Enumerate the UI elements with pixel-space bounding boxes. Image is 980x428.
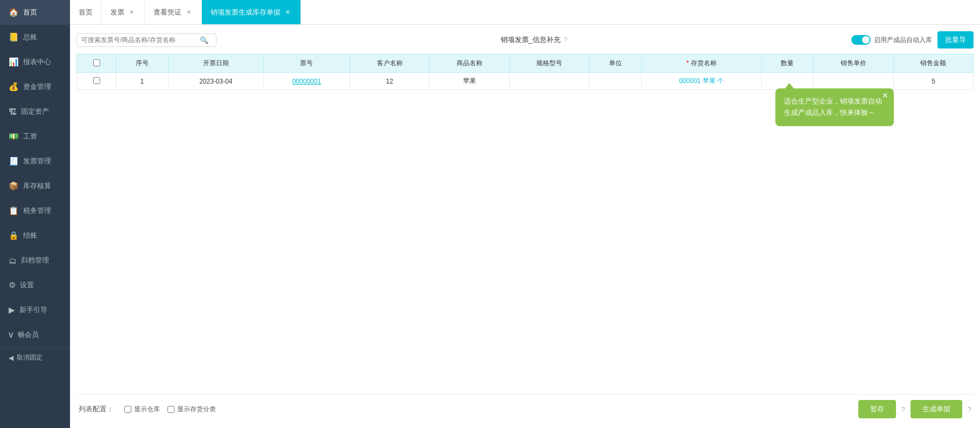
tooltip-arrow [785,83,794,88]
row-amount: 5 [893,73,973,90]
sidebar-item-label: 新手引导 [19,305,47,315]
auto-stock-toggle[interactable] [851,35,871,45]
sidebar-item-guide[interactable]: ▶ 新手引导 [0,298,70,322]
generate-help-icon[interactable]: ? [968,405,971,413]
row-ticket-no[interactable]: 00000001 [263,73,349,90]
header-checkbox [77,54,116,73]
show-warehouse-label[interactable]: 显示仓库 [124,405,160,414]
sidebar-item-label: 税务管理 [23,206,51,216]
tab-stock-entry-close[interactable]: ✕ [284,8,292,16]
info-help-icon[interactable]: ? [564,36,568,44]
tab-invoice-close[interactable]: ✕ [128,8,136,16]
header-unit: 单位 [589,54,641,73]
guide-icon: ▶ [9,305,15,315]
tab-stock-entry[interactable]: 销项发票生成库存单据 ✕ [202,0,301,24]
header-unit-price: 销售单价 [814,54,893,73]
generate-button[interactable]: 生成单据 [911,400,962,418]
tab-voucher[interactable]: 查看凭证 ✕ [145,0,202,24]
right-controls: 启用产成品自动入库 批量导 [851,31,974,49]
header-customer: 客户名称 [349,54,429,73]
tab-voucher-close[interactable]: ✕ [185,8,193,16]
salary-icon: 💵 [9,132,19,141]
row-checkbox-cell [77,73,116,90]
search-wrap: 🔍 [76,33,216,47]
toggle-label: 启用产成品自动入库 [874,36,932,45]
sidebar-unpin-button[interactable]: ◀ 取消固定 [0,347,70,368]
table-row: 1 2023-03-04 00000001 12 苹果 000001 苹果 个 … [77,73,974,90]
tax-icon: 📋 [9,206,19,216]
sidebar-item-label: 固定资产 [21,107,49,116]
sidebar-item-label: 库存核算 [23,181,51,191]
header-spec: 规格型号 [509,54,589,73]
save-button[interactable]: 暂存 [858,400,896,418]
sidebar-item-tax[interactable]: 📋 税务管理 [0,198,70,223]
tab-home-label: 首页 [79,8,93,17]
save-help-icon[interactable]: ? [901,405,905,413]
sidebar-item-label: 结账 [23,231,37,240]
sidebar-item-label: 工资 [23,132,37,141]
tooltip-text: 适合生产型企业，销项发票自动生成产成品入库，快来体验～ [784,97,882,116]
header-inventory: 存货名称 [641,54,761,73]
show-warehouse-checkbox[interactable] [124,406,131,413]
main-area: 首页 发票 ✕ 查看凭证 ✕ 销项发票生成库存单据 ✕ 🔍 销项发票_信息补充 … [70,0,980,428]
funds-icon: 💰 [9,82,19,92]
show-category-checkbox[interactable] [167,406,174,413]
table-body: 1 2023-03-04 00000001 12 苹果 000001 苹果 个 … [77,73,974,90]
row-customer: 12 [349,73,429,90]
header-amount: 销售金额 [893,54,973,73]
sidebar-item-label: 首页 [23,8,37,17]
header-quantity: 数量 [761,54,814,73]
sidebar: 🏠 首页 📒 总账 📊 报表中心 💰 资金管理 🏗 固定资产 💵 工资 🧾 发票… [0,0,70,428]
info-label: 销项发票_信息补充 ? [501,35,568,45]
tab-invoice-label: 发票 [110,8,124,17]
list-config: 列表配置： 显示仓库 显示存货分类 [79,404,216,414]
sidebar-item-label: 畅会员 [18,330,39,340]
archive-icon: 🗂 [9,256,17,265]
row-date: 2023-03-04 [168,73,263,90]
sidebar-item-assets[interactable]: 🏗 固定资产 [0,99,70,124]
sidebar-item-archive[interactable]: 🗂 归档管理 [0,248,70,273]
sidebar-item-label: 资金管理 [23,82,51,92]
tab-voucher-label: 查看凭证 [153,8,181,17]
row-seq: 1 [116,73,169,90]
sidebar-item-label: 设置 [20,280,34,290]
batch-import-button[interactable]: 批量导 [937,31,974,49]
sidebar-item-funds[interactable]: 💰 资金管理 [0,74,70,99]
info-label-text: 销项发票_信息补充 [501,35,561,45]
header-seq: 序号 [116,54,169,73]
sidebar-item-label: 归档管理 [21,256,49,265]
unpin-label: 取消固定 [17,353,43,362]
header-product: 商品名称 [430,54,509,73]
invoice-icon: 🧾 [9,156,19,166]
show-category-label[interactable]: 显示存货分类 [167,405,216,414]
filter-row: 🔍 销项发票_信息补充 ? 启用产成品自动入库 批量导 [76,31,974,49]
sidebar-item-invoice[interactable]: 🧾 发票管理 [0,149,70,174]
toggle-wrap: 启用产成品自动入库 [851,35,932,45]
sidebar-item-closing[interactable]: 🔒 结账 [0,223,70,248]
search-input[interactable] [81,36,200,44]
sidebar-item-label: 报表中心 [23,57,51,67]
sidebar-item-inventory[interactable]: 📦 库存核算 [0,174,70,198]
data-table: 序号 开票日期 票号 客户名称 商品名称 规格型号 单位 存货名称 数量 销售单… [76,54,974,90]
list-config-label: 列表配置： [79,404,114,414]
sidebar-item-reports[interactable]: 📊 报表中心 [0,50,70,74]
sidebar-item-ledger[interactable]: 📒 总账 [0,25,70,50]
sidebar-item-home[interactable]: 🏠 首页 [0,0,70,25]
search-icon[interactable]: 🔍 [200,36,208,44]
content-area: 🔍 销项发票_信息补充 ? 启用产成品自动入库 批量导 [70,25,980,428]
sidebar-item-member[interactable]: V 畅会员 [0,322,70,347]
sidebar-item-settings[interactable]: ⚙ 设置 [0,273,70,298]
header-ticket-no: 票号 [263,54,349,73]
select-all-checkbox[interactable] [93,59,100,66]
row-inventory[interactable]: 000001 苹果 个 [641,73,761,90]
sidebar-item-salary[interactable]: 💵 工资 [0,124,70,149]
table-header: 序号 开票日期 票号 客户名称 商品名称 规格型号 单位 存货名称 数量 销售单… [77,54,974,73]
tab-home[interactable]: 首页 [70,0,102,24]
unpin-icon: ◀ [9,354,13,362]
tab-invoice[interactable]: 发票 ✕ [102,0,145,24]
closing-icon: 🔒 [9,231,19,240]
row-unit-price [814,73,893,90]
row-product: 苹果 [430,73,509,90]
row-checkbox[interactable] [93,77,100,84]
tooltip-close-icon[interactable]: ✕ [882,92,888,99]
